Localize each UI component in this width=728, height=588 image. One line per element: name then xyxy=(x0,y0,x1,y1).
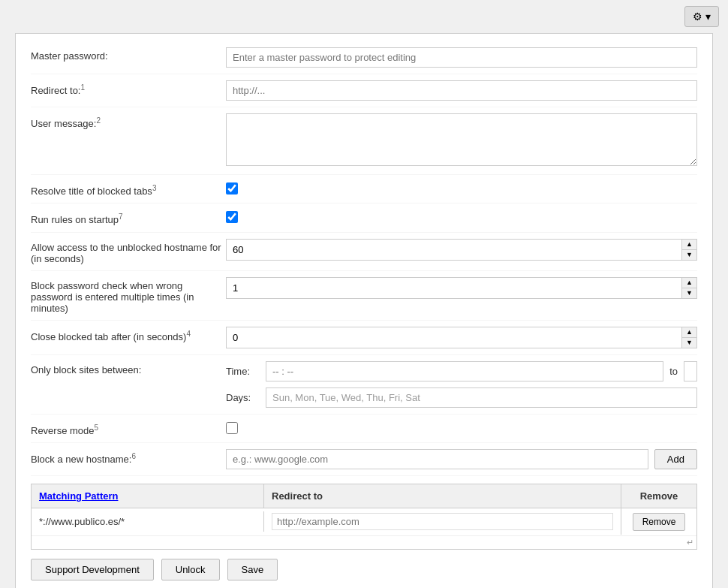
redirect-cell xyxy=(264,508,621,535)
run-rules-control xyxy=(226,210,697,225)
reverse-mode-label: Reverse mode5 xyxy=(31,421,226,436)
time-to-input[interactable] xyxy=(684,361,697,381)
master-password-input[interactable] xyxy=(226,47,697,68)
run-rules-checkbox[interactable] xyxy=(226,211,238,223)
block-hostname-label: Block a new hostname:6 xyxy=(31,449,226,465)
remove-cell: Remove xyxy=(621,508,696,535)
support-button[interactable]: Support Development xyxy=(31,559,154,580)
block-password-control: ▲ ▼ xyxy=(226,277,697,299)
close-blocked-up[interactable]: ▲ xyxy=(682,327,696,338)
redirect-to-row: Redirect to:1 xyxy=(31,74,697,107)
only-block-label: Only block sites between: xyxy=(31,361,226,375)
block-password-down[interactable]: ▼ xyxy=(682,288,696,298)
remove-button[interactable]: Remove xyxy=(633,513,686,531)
block-password-label: Block password check when wrong password… xyxy=(31,277,226,314)
block-hostname-inner: Add xyxy=(226,449,697,469)
block-password-row: Block password check when wrong password… xyxy=(31,271,697,321)
redirect-input[interactable] xyxy=(272,513,613,530)
allow-access-input[interactable] xyxy=(227,240,681,259)
block-hostname-row: Block a new hostname:6 Add xyxy=(31,443,697,476)
redirect-to-label: Redirect to:1 xyxy=(31,80,226,96)
col-remove-header: Remove xyxy=(621,484,696,508)
block-hostname-control: Add xyxy=(226,449,697,469)
block-password-spinner-btns: ▲ ▼ xyxy=(681,278,696,298)
close-blocked-spinner: ▲ ▼ xyxy=(226,327,697,348)
resolve-title-row: Resolve title of blocked tabs3 xyxy=(31,175,697,204)
redirect-to-control xyxy=(226,80,697,101)
days-label: Days: xyxy=(226,392,260,403)
user-message-textarea[interactable] xyxy=(226,113,697,166)
master-password-label: Master password: xyxy=(31,47,226,62)
time-from-input[interactable] xyxy=(266,361,663,381)
reverse-mode-checkbox[interactable] xyxy=(226,422,238,434)
dropdown-icon: ▾ xyxy=(705,11,711,23)
block-hostname-input[interactable] xyxy=(226,449,648,469)
days-row: Days: xyxy=(226,387,697,408)
master-password-row: Master password: xyxy=(31,41,697,74)
col-matching-header[interactable]: Matching Pattern xyxy=(32,484,264,508)
allow-access-spinner: ▲ ▼ xyxy=(226,239,697,261)
only-block-row: Only block sites between: Time: to Days: xyxy=(31,355,697,415)
allow-access-down[interactable]: ▼ xyxy=(682,250,696,260)
settings-button[interactable]: ⚙ ▾ xyxy=(684,6,719,27)
resolve-title-label: Resolve title of blocked tabs3 xyxy=(31,181,226,197)
close-blocked-spinner-btns: ▲ ▼ xyxy=(681,327,696,348)
main-content: Master password: Redirect to:1 User mess… xyxy=(15,33,713,588)
close-blocked-label: Close blocked tab after (in seconds)4 xyxy=(31,327,226,342)
redirect-to-input[interactable] xyxy=(226,80,697,101)
unlock-button[interactable]: Unlock xyxy=(161,559,220,580)
add-hostname-button[interactable]: Add xyxy=(654,449,697,469)
scroll-indicator: ↵ xyxy=(32,536,696,549)
table-header: Matching Pattern Redirect to Remove xyxy=(32,484,696,508)
time-row: Time: to xyxy=(226,361,697,381)
allow-access-label: Allow access to the unblocked hostname f… xyxy=(31,239,226,264)
reverse-mode-control xyxy=(226,421,697,436)
gear-icon: ⚙ xyxy=(693,11,702,23)
block-password-input[interactable] xyxy=(227,279,681,297)
close-blocked-row: Close blocked tab after (in seconds)4 ▲ … xyxy=(31,321,697,355)
master-password-control xyxy=(226,47,697,68)
allow-access-control: ▲ ▼ xyxy=(226,239,697,261)
block-password-up[interactable]: ▲ xyxy=(682,278,696,288)
time-label: Time: xyxy=(226,366,260,377)
time-to-label: to xyxy=(669,366,678,377)
user-message-label: User message:2 xyxy=(31,113,226,129)
reverse-mode-row: Reverse mode5 xyxy=(31,415,697,443)
allow-access-up[interactable]: ▲ xyxy=(682,240,696,250)
close-blocked-input[interactable] xyxy=(227,328,681,347)
resolve-title-control xyxy=(226,181,697,197)
user-message-row: User message:2 xyxy=(31,107,697,175)
resolve-title-checkbox[interactable] xyxy=(226,182,238,194)
pattern-cell: *://www.publico.es/* xyxy=(32,511,264,532)
block-password-spinner: ▲ ▼ xyxy=(226,277,697,299)
run-rules-label: Run rules on startup7 xyxy=(31,210,226,225)
col-redirect-header: Redirect to xyxy=(264,484,621,508)
allow-access-spinner-btns: ▲ ▼ xyxy=(681,240,696,260)
only-block-control: Time: to Days: xyxy=(226,361,697,408)
table-row: *://www.publico.es/* Remove xyxy=(32,508,696,536)
footer-bar: Support Development Unlock Save xyxy=(31,550,697,580)
allow-access-row: Allow access to the unblocked hostname f… xyxy=(31,233,697,271)
days-input[interactable] xyxy=(266,387,697,408)
close-blocked-control: ▲ ▼ xyxy=(226,327,697,348)
patterns-table: Matching Pattern Redirect to Remove *://… xyxy=(31,484,697,550)
save-button[interactable]: Save xyxy=(227,559,278,580)
user-message-control xyxy=(226,113,697,168)
run-rules-row: Run rules on startup7 xyxy=(31,204,697,232)
close-blocked-down[interactable]: ▼ xyxy=(682,338,696,348)
